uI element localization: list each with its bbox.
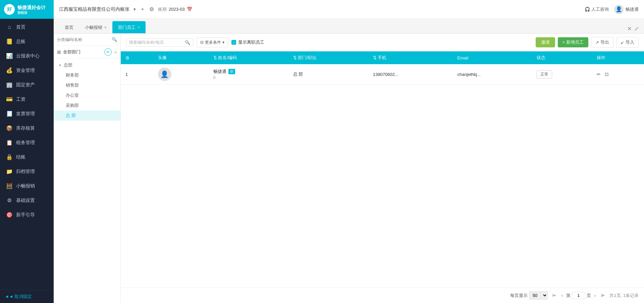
prev-page-button[interactable]: ‹ [559, 292, 565, 299]
show-resigned-toggle[interactable]: ✓ 显示离职员工 [231, 39, 264, 45]
dept-search-icon[interactable]: 🔍 [112, 37, 117, 42]
logo-text: 畅捷通好会计 [17, 5, 46, 10]
topbar: 江西服宝精品有限责任公司内账张 ▾ ＋ ⚙ 账期 2023-03 📅 🎧 人工咨… [54, 0, 644, 19]
row-status: 正常 [532, 64, 592, 85]
page-suffix: 页 [587, 293, 591, 299]
row-actions: ✏ ⊡ [592, 64, 644, 85]
row-name-code: 畅捷通 部 0 [209, 64, 288, 85]
sidebar-item-tax[interactable]: 📋税务管理 [0, 135, 54, 150]
close-window-icon[interactable]: ✕ [627, 26, 632, 32]
dept-group-general: ▼总部财务部销售部办公室采购部总 部 [54, 60, 120, 121]
page-size-dropdown[interactable]: 102050100 [529, 291, 548, 300]
sidebar-item-payroll[interactable]: 💳工资 [0, 92, 54, 106]
employee-search-input[interactable] [129, 40, 183, 45]
dept-item-purchase[interactable]: 采购部 [54, 100, 120, 111]
first-page-button[interactable]: ⊨ [550, 292, 558, 299]
col-name-code[interactable]: ⇅ 姓名/编码 [209, 51, 288, 64]
page-input[interactable] [572, 292, 585, 299]
sidebar-item-ledger[interactable]: 📒总账 [0, 34, 54, 49]
next-page-button[interactable]: › [592, 292, 598, 299]
sidebar-item-home[interactable]: ⌂首页 [0, 20, 54, 34]
service-button[interactable]: 🎧 人工咨询 [585, 6, 609, 12]
employee-search-box: 🔍 [126, 38, 193, 47]
sidebar-item-guide[interactable]: 🎯新手引导 [0, 208, 54, 222]
all-dept-label[interactable]: 全部部门 [63, 49, 80, 55]
tab-label-expense: 小畅报销 [85, 25, 102, 31]
nav-icon-reports: 📊 [6, 53, 13, 59]
dept-parent-label-general: 总部 [64, 62, 72, 68]
user-avatar: 👤 [614, 5, 624, 14]
sidebar-item-close[interactable]: 🔒结账 [0, 150, 54, 164]
period-value[interactable]: 2023-03 [169, 7, 185, 12]
col-status: 状态 [532, 51, 592, 64]
nav-label-fixed-assets: 固定资产 [16, 82, 35, 88]
nav-label-expense: 小畅报销 [16, 183, 35, 189]
dept-item-finance[interactable]: 财务部 [54, 70, 120, 80]
employee-search-icon[interactable]: 🔍 [185, 40, 190, 45]
import-label: 导入 [626, 39, 634, 45]
export-button[interactable]: ↗ 导出 [591, 37, 613, 48]
nav-icon-archive: 📁 [6, 168, 13, 175]
col-settings[interactable]: ⚙ [121, 51, 153, 64]
nav-label-tax: 税务管理 [16, 140, 35, 146]
tab-close-department[interactable]: × [138, 25, 140, 30]
sidebar-item-inventory[interactable]: 📦库存核算 [0, 121, 54, 135]
company-dropdown-icon[interactable]: ▾ [133, 7, 136, 12]
logout-icon[interactable]: ⊡ [605, 72, 609, 77]
last-page-button[interactable]: ⊫ [599, 292, 607, 299]
tab-label-home: 首页 [65, 25, 73, 31]
dept-item-headquarters[interactable]: 总 部 [54, 111, 120, 121]
nav-label-settings: 基础设置 [16, 198, 35, 204]
nav-label-close: 结账 [16, 154, 25, 160]
table-row: 1 👤 畅捷通 部 0 总 部 138070602... chanjethkj.… [121, 64, 644, 85]
tab-expense[interactable]: 小畅报销× [79, 21, 112, 33]
employee-avatar: 👤 [158, 68, 171, 81]
dept-parent-general[interactable]: ▼总部 [54, 60, 120, 70]
invite-button[interactable]: 邀请 [536, 37, 555, 47]
sidebar-item-reports[interactable]: 📊云报表中心 [0, 49, 54, 63]
tab-department[interactable]: 部门员工× [112, 21, 146, 33]
dept-item-sales[interactable]: 销售部 [54, 80, 120, 90]
col-dept-position[interactable]: ⇅ 部门/职位 [288, 51, 368, 64]
col-actions: 操作 [592, 51, 644, 64]
company-name: 江西服宝精品有限责任公司内账张 [59, 6, 129, 12]
import-button[interactable]: ↙ 导入 [616, 37, 639, 48]
dept-search-input[interactable] [57, 37, 110, 42]
nav-icon-home: ⌂ [6, 24, 13, 30]
dept-collapse-icon[interactable]: « [114, 49, 117, 55]
user-menu[interactable]: 👤 畅捷通 [614, 5, 639, 14]
employee-table: ⚙ 头像 ⇅ 姓名/编码 ⇅ 部门/职位 ⇅ 手机 Email 状态 操作 1 … [121, 51, 644, 288]
sidebar-item-fixed-assets[interactable]: 🏢固定资产 [0, 78, 54, 92]
user-name: 畅捷通 [626, 6, 639, 12]
sidebar-item-archive[interactable]: 📁归档管理 [0, 164, 54, 179]
cancel-pin-button[interactable]: ◄◄ 取消固定 [0, 290, 54, 303]
dept-edit-button[interactable]: ✏ [104, 48, 112, 56]
calendar-icon[interactable]: 📅 [187, 7, 192, 12]
employee-dept-badge: 部 [228, 69, 235, 74]
nav-label-home: 首页 [16, 24, 25, 30]
nav-label-inventory: 库存核算 [16, 125, 35, 131]
maximize-icon[interactable]: ⤢ [634, 26, 639, 32]
add-employee-button[interactable]: + 新增员工 [558, 37, 588, 47]
tab-home[interactable]: 首页 [59, 21, 79, 33]
dept-item-office[interactable]: 办公室 [54, 90, 120, 100]
sidebar-item-expense[interactable]: 🧮小畅报销 [0, 179, 54, 193]
row-phone: 138070602... [368, 64, 453, 85]
more-filters-button[interactable]: ⊟ 更多条件 ▾ [197, 38, 228, 47]
sidebar-nav: ⌂首页📒总账📊云报表中心💰资金管理🏢固定资产💳工资🧾发票管理📦库存核算📋税务管理… [0, 19, 54, 290]
tab-close-expense[interactable]: × [104, 25, 107, 30]
add-company-icon[interactable]: ＋ [140, 6, 145, 13]
row-index: 1 [121, 64, 153, 85]
company-settings-icon[interactable]: ⚙ [149, 6, 154, 12]
employee-name[interactable]: 畅捷通 [213, 69, 226, 75]
col-avatar: 头像 [153, 51, 209, 64]
edit-icon[interactable]: ✏ [597, 72, 601, 77]
sidebar-item-funds[interactable]: 💰资金管理 [0, 63, 54, 78]
col-phone[interactable]: ⇅ 手机 [368, 51, 453, 64]
nav-label-guide: 新手引导 [16, 212, 35, 218]
sidebar-item-invoice[interactable]: 🧾发票管理 [0, 106, 54, 121]
show-resigned-checkbox[interactable]: ✓ [231, 40, 236, 45]
dept-tree: ▼总部财务部销售部办公室采购部总 部 [54, 59, 120, 303]
sidebar-item-settings[interactable]: ⚙基础设置 [0, 193, 54, 208]
nav-icon-funds: 💰 [6, 67, 13, 74]
